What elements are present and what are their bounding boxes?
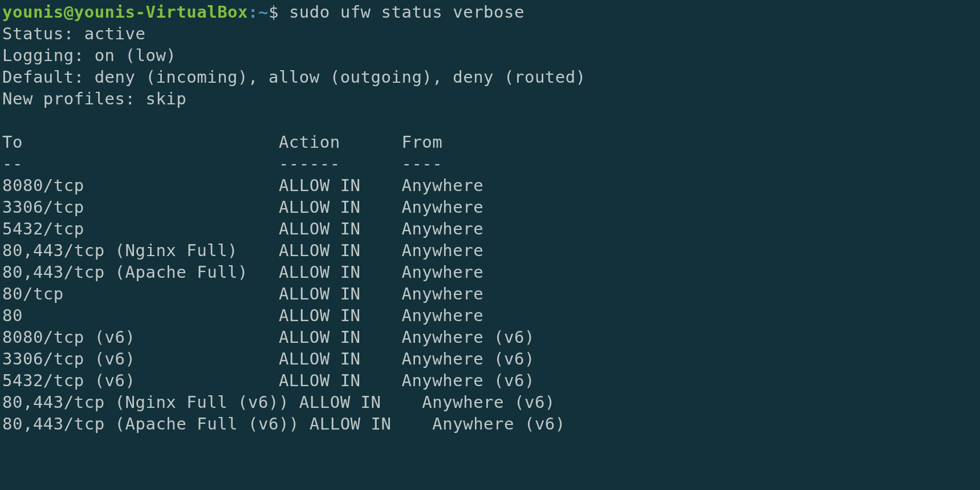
terminal[interactable]: younis@younis-VirtualBox:~$ sudo ufw sta…	[0, 0, 980, 435]
table-dash: -- ------ ----	[2, 154, 442, 173]
table-row: 8080/tcp ALLOW IN Anywhere	[2, 176, 483, 195]
table-row: 80,443/tcp (Apache Full (v6)) ALLOW IN A…	[2, 414, 566, 434]
command-text: sudo ufw status verbose	[289, 2, 524, 22]
table-row: 80 ALLOW IN Anywhere	[2, 306, 483, 325]
table-row: 8080/tcp (v6) ALLOW IN Anywhere (v6)	[2, 327, 535, 347]
prompt-user-host: younis@younis-VirtualBox	[2, 2, 248, 22]
table-row: 5432/tcp (v6) ALLOW IN Anywhere (v6)	[2, 371, 535, 390]
logging-line: Logging: on (low)	[2, 46, 176, 65]
table-row: 80,443/tcp (Nginx Full (v6)) ALLOW IN An…	[2, 392, 555, 412]
table-row: 80,443/tcp (Nginx Full) ALLOW IN Anywher…	[2, 241, 483, 260]
default-line: Default: deny (incoming), allow (outgoin…	[2, 67, 586, 87]
prompt-dollar: $	[269, 2, 289, 22]
table-head: To Action From	[2, 132, 442, 152]
prompt-colon: :	[248, 2, 258, 22]
table-row: 3306/tcp ALLOW IN Anywhere	[2, 197, 483, 217]
prompt-line: younis@younis-VirtualBox:~$ sudo ufw sta…	[2, 2, 524, 22]
table-row: 3306/tcp (v6) ALLOW IN Anywhere (v6)	[2, 349, 535, 368]
status-line: Status: active	[2, 24, 145, 43]
prompt-path: ~	[258, 2, 269, 22]
new-profiles-line: New profiles: skip	[2, 89, 186, 108]
table-row: 80/tcp ALLOW IN Anywhere	[2, 284, 483, 303]
table-row: 80,443/tcp (Apache Full) ALLOW IN Anywhe…	[2, 262, 483, 282]
table-row: 5432/tcp ALLOW IN Anywhere	[2, 219, 483, 238]
